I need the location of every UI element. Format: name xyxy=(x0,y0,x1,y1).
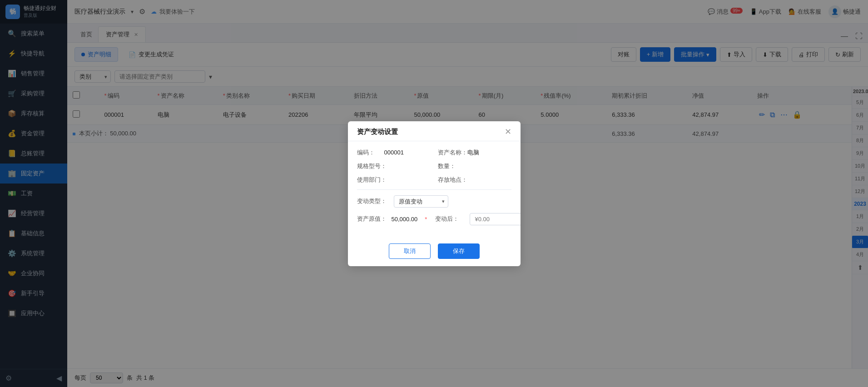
modal-field-dept: 使用部门： xyxy=(357,176,431,184)
modal-footer: 取消 保存 xyxy=(348,238,521,266)
modal-field-code: 编码： 000001 xyxy=(357,149,431,157)
modal-body: 编码： 000001 资产名称： 电脑 规格型号： 数量： xyxy=(348,141,521,238)
modal-header: 资产变动设置 ✕ xyxy=(348,121,521,141)
modal-row-spec-qty: 规格型号： 数量： xyxy=(357,162,511,170)
modal-field-qty: 数量： xyxy=(438,162,511,170)
modal-after-input[interactable] xyxy=(470,213,520,225)
modal-row-dept-loc: 使用部门： 存放地点： xyxy=(357,176,511,184)
modal-row-values: 资产原值： 50,000.00 * 变动后： xyxy=(357,213,511,225)
modal-loc-label: 存放地点： xyxy=(438,176,467,184)
modal-divider xyxy=(357,189,511,190)
modal-spec-label: 规格型号： xyxy=(357,162,387,170)
modal-original-value: 50,000.00 xyxy=(392,216,418,223)
modal-qty-label: 数量： xyxy=(438,162,465,170)
modal-name-value: 电脑 xyxy=(467,149,479,157)
modal-row-change-type: 变动类型： 原值变动 xyxy=(357,195,511,208)
modal-after-required: * xyxy=(425,216,427,223)
modal-title: 资产变动设置 xyxy=(357,128,398,136)
modal-close-button[interactable]: ✕ xyxy=(505,128,511,136)
modal-field-loc: 存放地点： xyxy=(438,176,511,184)
modal-after-label: 变动后： xyxy=(435,215,462,223)
modal-change-type-label: 变动类型： xyxy=(357,197,387,205)
modal-name-label: 资产名称： xyxy=(438,149,467,157)
modal-code-label: 编码： xyxy=(357,149,384,157)
modal-select-wrapper: 原值变动 xyxy=(394,195,448,208)
modal-original-value-label: 资产原值： xyxy=(357,215,384,223)
asset-change-modal: 资产变动设置 ✕ 编码： 000001 资产名称： 电脑 规格型号： xyxy=(348,121,521,266)
modal-overlay[interactable]: 资产变动设置 ✕ 编码： 000001 资产名称： 电脑 规格型号： xyxy=(0,0,868,387)
modal-save-button[interactable]: 保存 xyxy=(438,243,480,259)
modal-row-code-name: 编码： 000001 资产名称： 电脑 xyxy=(357,149,511,157)
modal-dept-label: 使用部门： xyxy=(357,176,387,184)
change-type-select[interactable]: 原值变动 xyxy=(394,195,448,208)
modal-field-spec: 规格型号： xyxy=(357,162,431,170)
modal-field-name: 资产名称： 电脑 xyxy=(438,149,511,157)
modal-code-value: 000001 xyxy=(384,149,404,156)
modal-cancel-button[interactable]: 取消 xyxy=(389,243,431,259)
